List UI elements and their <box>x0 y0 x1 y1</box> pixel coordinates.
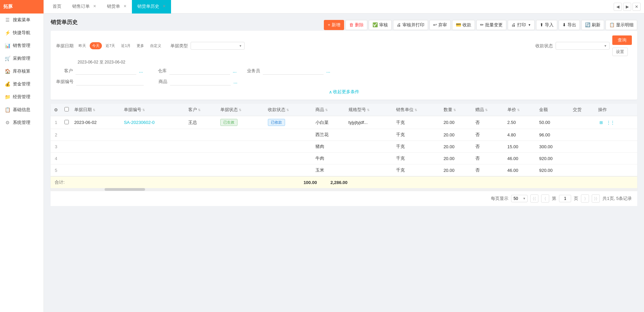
warehouse-input[interactable] <box>169 67 230 75</box>
docno-input[interactable] <box>76 78 144 85</box>
col-doc-status[interactable]: 单据状态⇅ <box>218 104 265 116</box>
page-input[interactable] <box>559 195 571 202</box>
date-chip-custom[interactable]: 自定义 <box>148 42 164 49</box>
tab-home[interactable]: 首页 <box>47 0 67 14</box>
row-spec: tyjyjtyjdf... <box>346 116 393 129</box>
batch-change-button[interactable]: ✏ 批量变更 <box>476 20 506 30</box>
col-gift[interactable]: 赠品⇅ <box>473 104 505 116</box>
tab-sales-order[interactable]: 销售订单 ✕ <box>67 0 102 14</box>
tab-close-all[interactable]: ✕ <box>633 3 641 11</box>
setting-button[interactable]: 设置 <box>612 48 628 56</box>
sidebar-item-sys-mgmt[interactable]: ⚙ 系统管理 <box>0 116 44 129</box>
col-qty[interactable]: 数量⇅ <box>441 104 473 116</box>
table-row: 3 猪肉 千克 20.00 否 15.00 300.00 <box>51 141 637 153</box>
tab-nav-left[interactable]: ◀ <box>614 3 622 11</box>
import-button[interactable]: ⬆ 导入 <box>536 20 557 30</box>
scroll-bar[interactable] <box>51 188 637 191</box>
date-chip-last7[interactable]: 近7天 <box>103 42 117 49</box>
sidebar-item-purchase-mgmt[interactable]: 🛒 采购管理 <box>0 52 44 65</box>
sidebar-item-label: 经营管理 <box>13 94 30 100</box>
col-unit-price[interactable]: 单价⇅ <box>505 104 537 116</box>
tab-nav-right[interactable]: ▶ <box>623 3 631 11</box>
salesman-dots-btn[interactable]: ... <box>326 68 330 74</box>
sort-icon-spec: ⇅ <box>367 108 370 112</box>
col-unit[interactable]: 销售单位⇅ <box>393 104 441 116</box>
sidebar-item-quick-nav[interactable]: ⚡ 快捷导航 <box>0 26 44 39</box>
first-page-btn[interactable]: ⟨⟨ <box>530 194 538 203</box>
doctype-select[interactable] <box>191 42 245 50</box>
collect-status-select[interactable] <box>556 42 610 50</box>
filter-customer-item: 客户 ... <box>56 67 143 75</box>
row-qty: 20.00 <box>441 164 473 176</box>
edit-op-btn[interactable]: ⊞ <box>598 120 604 125</box>
salesman-input[interactable] <box>263 67 324 75</box>
export-button[interactable]: ⬇ 导出 <box>559 20 580 30</box>
tab-sales-history[interactable]: 销货单历史 ✕ <box>132 0 171 14</box>
refresh-button[interactable]: 🔄 刷新 <box>581 20 604 30</box>
tab-sales-order-close[interactable]: ✕ <box>93 4 96 8</box>
sidebar-item-ops-mgmt[interactable]: 📁 经营管理 <box>0 90 44 103</box>
col-gear[interactable]: ⚙ <box>51 104 61 116</box>
col-goods[interactable]: 商品⇅ <box>313 104 346 116</box>
sidebar-item-basic-info[interactable]: 📋 基础信息 <box>0 103 44 116</box>
col-customer[interactable]: 客户⇅ <box>186 104 218 116</box>
filter-date-item: 单据日期 昨天 今天 近7天 近1月 更多 自定义 <box>56 42 164 49</box>
review-print-button[interactable]: 🖨 审核并打印 <box>393 20 428 30</box>
row-pay-status <box>265 153 313 164</box>
col-spec[interactable]: 规格型号⇅ <box>346 104 393 116</box>
row-goods: 牛肉 <box>313 153 346 164</box>
review-button[interactable]: ✅ 审核 <box>369 20 392 30</box>
next-page-btn[interactable]: ⟩ <box>581 194 589 203</box>
query-button[interactable]: 查询 <box>612 35 632 45</box>
row-trade <box>570 129 595 141</box>
row-unit-price: 15.00 <box>505 141 537 153</box>
warehouse-dots-btn[interactable]: ... <box>233 68 237 74</box>
row-unit-price: 46.00 <box>505 153 537 164</box>
row-customer <box>186 164 218 176</box>
more-op-btn[interactable]: ⋮⋮ <box>605 120 616 125</box>
filter-row-3: 单据编号 商品 ... <box>56 78 632 85</box>
collapse-btn[interactable]: ∧ 收起更多条件 <box>329 89 359 95</box>
sidebar-item-finance-mgmt[interactable]: 💰 资金管理 <box>0 78 44 90</box>
date-chip-today[interactable]: 今天 <box>90 42 102 49</box>
goods-dots-btn[interactable]: ... <box>233 79 237 84</box>
tab-sales-history-close[interactable]: ✕ <box>163 4 166 8</box>
row-goods: 小白菜 <box>313 116 346 129</box>
delete-button[interactable]: 🗑 删除 <box>345 20 367 30</box>
table-row: 4 牛肉 千克 20.00 否 46.00 920.00 <box>51 153 637 164</box>
customer-dots-btn[interactable]: ... <box>139 68 143 74</box>
goods-input[interactable] <box>170 78 231 85</box>
select-all-checkbox[interactable] <box>64 107 69 111</box>
date-chip-yesterday[interactable]: 昨天 <box>76 42 88 49</box>
row-checkbox[interactable] <box>64 120 69 124</box>
data-table: ⚙ 单据日期⇅ 单据编号⇅ 客户⇅ 单据状态⇅ 收款状态⇅ 商品⇅ 规格型号⇅ … <box>51 104 637 176</box>
new-button[interactable]: + 新增 <box>324 20 344 30</box>
abandon-button[interactable]: ↩ 弃审 <box>429 20 451 30</box>
tab-sales-invoice[interactable]: 销货单 ✕ <box>102 0 132 14</box>
row-pay-status <box>265 141 313 153</box>
col-doc-no[interactable]: 单据编号⇅ <box>121 104 186 116</box>
date-chip-last1m[interactable]: 近1月 <box>119 42 133 49</box>
last-page-btn[interactable]: ⟩⟩ <box>592 194 600 203</box>
sidebar-item-search-menu[interactable]: ☰ 搜索菜单 <box>0 14 44 26</box>
sidebar-item-sales-mgmt[interactable]: 📊 销售管理 <box>0 39 44 52</box>
sidebar-item-label: 基础信息 <box>13 107 30 113</box>
refresh-icon: 🔄 <box>585 22 590 27</box>
scroll-thumb[interactable] <box>105 188 145 191</box>
prev-page-btn[interactable]: ⟨ <box>541 194 549 203</box>
doc-no-link[interactable]: SA-20230602-0 <box>124 120 155 125</box>
col-pay-status[interactable]: 收款状态⇅ <box>265 104 313 116</box>
batch-change-icon: ✏ <box>480 22 484 27</box>
collect-button[interactable]: 💳 收款 <box>452 20 475 30</box>
row-gift: 否 <box>473 164 505 176</box>
tab-sales-invoice-close[interactable]: ✕ <box>123 4 127 8</box>
per-page-select[interactable]: 50 10 20 100 <box>511 195 528 202</box>
print-button[interactable]: 🖨 打印 <box>508 20 535 30</box>
show-detail-button[interactable]: 📋 显示明细 <box>606 20 637 30</box>
footer-total-amount: 2,286.00 <box>330 180 347 185</box>
col-doc-date[interactable]: 单据日期⇅ <box>72 104 121 116</box>
customer-input[interactable] <box>76 67 136 75</box>
import-icon: ⬆ <box>540 22 543 27</box>
sidebar-item-inventory[interactable]: 🏠 库存核算 <box>0 65 44 78</box>
date-chip-more[interactable]: 更多 <box>134 42 146 49</box>
